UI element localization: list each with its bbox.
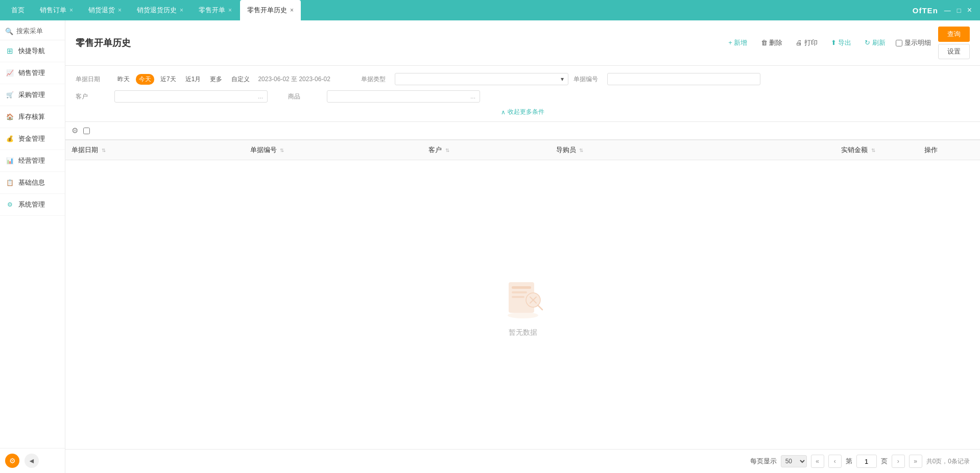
doc-no-input[interactable] (607, 73, 760, 85)
prev-page-button[interactable]: ‹ (828, 455, 842, 468)
col-docno-sort[interactable]: ⇅ (280, 147, 284, 153)
setting-button[interactable]: 设置 (938, 44, 970, 59)
sidebar-item-purchase[interactable]: 🛒 采购管理 (0, 84, 65, 106)
delete-button[interactable]: 🗑 删除 (758, 36, 786, 49)
first-page-button[interactable]: « (811, 455, 824, 468)
management-icon: 📊 (5, 156, 14, 165)
print-button[interactable]: 🖨 打印 (793, 36, 821, 49)
window-close[interactable]: × (967, 6, 972, 15)
col-customer: 客户 ⇅ (422, 140, 549, 160)
sidebar-item-system-label: 系统管理 (18, 200, 45, 209)
tab-retail-open[interactable]: 零售开单 × (192, 0, 239, 20)
data-table: 单据日期 ⇅ 单据编号 ⇅ 客户 ⇅ 导购员 ⇅ (65, 140, 980, 160)
tab-return-label: 销货退货 (88, 6, 115, 15)
sidebar-item-quicknav-label: 快捷导航 (18, 46, 45, 56)
sidebar-item-finance[interactable]: 💰 资金管理 (0, 128, 65, 150)
search-icon: 🔍 (5, 28, 13, 35)
basic-icon: 📋 (5, 178, 14, 187)
inventory-icon: 🏠 (5, 112, 14, 121)
sidebar-item-management[interactable]: 📊 经营管理 (0, 150, 65, 172)
col-actions-label: 操作 (924, 146, 938, 154)
export-button[interactable]: ⬆ 导出 (828, 36, 855, 49)
query-button[interactable]: 查询 (938, 27, 970, 42)
total-info: 共0页，0条记录 (926, 457, 970, 466)
display-detail-checkbox[interactable]: 显示明细 (896, 38, 931, 47)
window-minimize[interactable]: — (944, 7, 951, 14)
top-nav-right: OfTEn — □ × (913, 6, 976, 15)
empty-text: 暂无数据 (509, 328, 537, 337)
tab-return[interactable]: 销货退货 × (81, 0, 129, 20)
refresh-button[interactable]: ↻ 刷新 (862, 36, 889, 49)
sidebar-search-label: 搜索采单 (16, 27, 43, 36)
col-date-label: 单据日期 (71, 146, 98, 154)
tab-list: 首页 销售订单 × 销货退货 × 销货退货历史 × 零售开单 × 零售开单历史 … (4, 0, 913, 20)
tab-retail-history[interactable]: 零售开单历史 × (240, 0, 301, 20)
date-range-display: 2023-06-02 至 2023-06-02 (258, 75, 330, 84)
date-today[interactable]: 今天 (136, 74, 154, 85)
col-date-sort[interactable]: ⇅ (102, 147, 106, 153)
tab-sales-order[interactable]: 销售订单 × (33, 0, 80, 20)
sidebar-item-basic[interactable]: 📋 基础信息 (0, 172, 65, 194)
tab-retail-open-close[interactable]: × (228, 7, 232, 14)
display-detail-input[interactable] (896, 40, 902, 46)
tab-retail-history-close[interactable]: × (290, 7, 294, 14)
empty-illustration (497, 272, 548, 323)
finance-icon: 💰 (5, 134, 14, 143)
per-page-label: 每页显示 (750, 457, 777, 466)
date-more[interactable]: 更多 (207, 74, 225, 85)
date-custom[interactable]: 自定义 (228, 74, 253, 85)
col-customer-sort[interactable]: ⇅ (445, 147, 449, 153)
date-7days[interactable]: 近7天 (157, 74, 179, 85)
sidebar-item-management-label: 经营管理 (18, 156, 45, 165)
empty-state: 暂无数据 (65, 160, 980, 449)
col-customer-label: 客户 (428, 146, 442, 154)
tab-return-history[interactable]: 销货退货历史 × (130, 0, 190, 20)
sidebar-item-finance-label: 资金管理 (18, 134, 45, 143)
tab-return-history-label: 销货退货历史 (137, 6, 177, 15)
customer-select[interactable]: ... (114, 90, 268, 103)
next-page-button[interactable]: › (892, 455, 905, 468)
per-page-select[interactable]: 50 10 20 100 (781, 455, 807, 467)
last-page-button[interactable]: » (909, 455, 922, 468)
sidebar-item-quicknav[interactable]: ⊞ 快捷导航 (0, 40, 65, 62)
current-page-input[interactable] (856, 455, 877, 468)
pagination: 每页显示 50 10 20 100 « ‹ 第 页 › » 共0页，0条记录 (65, 449, 980, 473)
select-all-checkbox[interactable] (83, 128, 90, 134)
sidebar-item-system[interactable]: ⚙ 系统管理 (0, 194, 65, 216)
sidebar-item-inventory[interactable]: 🏠 库存核算 (0, 106, 65, 128)
doc-type-select[interactable]: ▾ (395, 73, 568, 85)
collapse-filter-bar[interactable]: ∧ 收起更多条件 (76, 108, 970, 116)
page-header: 零售开单历史 + 新增 🗑 删除 🖨 打印 ⬆ 导出 ↻ 刷新 显示明细 查询 … (65, 20, 980, 66)
add-button[interactable]: + 新增 (725, 36, 750, 49)
tab-return-history-close[interactable]: × (180, 7, 183, 14)
customer-filter-label: 客户 (76, 92, 104, 101)
tab-return-close[interactable]: × (118, 7, 122, 14)
window-maximize[interactable]: □ (957, 7, 961, 14)
tab-home[interactable]: 首页 (4, 0, 32, 20)
table-settings-icon[interactable]: ⚙ (71, 126, 78, 135)
sidebar-item-sales[interactable]: 📈 销售管理 (0, 62, 65, 84)
col-amount-sort[interactable]: ⇅ (871, 147, 875, 153)
date-1month[interactable]: 近1月 (182, 74, 204, 85)
settings-button[interactable]: ⚙ (5, 454, 19, 468)
goods-select[interactable]: ... (327, 90, 480, 103)
date-yesterday[interactable]: 昨天 (114, 74, 133, 85)
doc-no-label: 单据编号 (573, 75, 602, 84)
collapse-sidebar-button[interactable]: ◄ (25, 454, 39, 468)
collapse-icon: ∧ (501, 109, 506, 116)
brand-label: OfTEn (913, 6, 938, 15)
date-filter-label: 单据日期 (76, 75, 104, 84)
goods-filter-label: 商品 (288, 92, 317, 101)
display-detail-label: 显示明细 (904, 38, 931, 47)
page-suffix: 页 (881, 457, 888, 466)
header-actions: + 新增 🗑 删除 🖨 打印 ⬆ 导出 ↻ 刷新 显示明细 查询 设置 (725, 27, 970, 59)
chevron-down-icon: ▾ (561, 76, 564, 83)
quicknav-icon: ⊞ (5, 46, 14, 56)
col-docno: 单据编号 ⇅ (244, 140, 423, 160)
sidebar-search[interactable]: 🔍 搜索采单 (0, 20, 65, 40)
sidebar-item-sales-label: 销售管理 (18, 68, 45, 78)
tab-sales-order-close[interactable]: × (69, 7, 73, 14)
filter-area: 单据日期 昨天 今天 近7天 近1月 更多 自定义 2023-06-02 至 2… (65, 66, 980, 122)
col-salesperson-sort[interactable]: ⇅ (579, 147, 583, 153)
purchase-icon: 🛒 (5, 90, 14, 99)
